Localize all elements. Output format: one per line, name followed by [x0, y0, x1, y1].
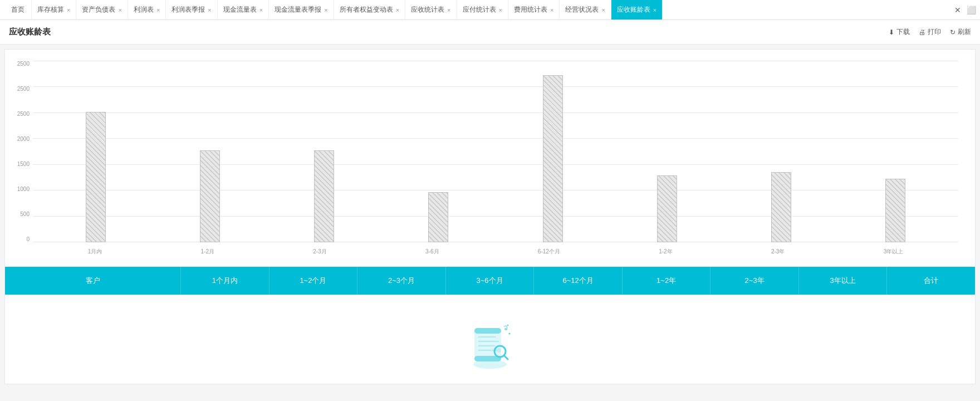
bar-group	[543, 75, 563, 242]
page-header: 应收账龄表 ⬇ 下载 🖨 打印 ↻ 刷新	[0, 20, 980, 45]
tab-label: 应收账龄表	[617, 5, 650, 14]
tab-close-expense-stat[interactable]: ×	[550, 7, 553, 13]
x-axis-label: 2-3年	[771, 248, 785, 256]
table-header-cell-5: 6~12个月	[534, 267, 623, 295]
tab-inventory[interactable]: 库存核算×	[32, 0, 76, 20]
tab-close-cashflow-quarterly[interactable]: ×	[324, 7, 327, 13]
tab-balance[interactable]: 资产负债表×	[76, 0, 128, 20]
maximize-button[interactable]: ⬜	[967, 6, 976, 14]
chart-container: 0500100015002000250025002500 1月内1-2月2-3月…	[11, 61, 958, 256]
svg-line-9	[504, 355, 508, 359]
tab-close-cashflow[interactable]: ×	[259, 7, 263, 13]
x-axis-label: 3-6月	[425, 248, 439, 256]
x-axis-label: 3年以上	[884, 248, 904, 256]
bar[interactable]	[314, 150, 334, 242]
table-header-cell-8: 3年以上	[799, 267, 888, 295]
tab-label: 费用统计表	[514, 5, 547, 14]
y-axis-label: 1500	[11, 161, 33, 167]
window-controls: ✕ ⬜	[953, 6, 976, 14]
table-header-cell-7: 2~3年	[710, 267, 799, 295]
x-axis-label: 2-3月	[313, 248, 326, 256]
empty-illustration	[462, 317, 518, 373]
tab-ar-aging[interactable]: 应收账龄表×	[611, 0, 663, 20]
bar[interactable]	[200, 150, 220, 242]
tab-close-balance[interactable]: ×	[118, 7, 121, 13]
bar-group	[428, 192, 448, 242]
tab-close-operations[interactable]: ×	[601, 7, 605, 13]
main-content: 0500100015002000250025002500 1月内1-2月2-3月…	[4, 49, 976, 384]
tab-ap-stat[interactable]: 应付统计表×	[457, 0, 508, 20]
table-header-cell-1: 1个月内	[181, 267, 270, 295]
tab-home-label: 首页	[11, 5, 24, 14]
tab-label: 所有者权益变动表	[340, 5, 393, 14]
x-axis-label: 1-2年	[659, 248, 672, 256]
y-axis-label: 0	[11, 236, 33, 242]
refresh-icon: ↻	[950, 28, 955, 36]
tab-cashflow-quarterly[interactable]: 现金流量表季报×	[269, 0, 334, 20]
svg-point-13	[507, 325, 508, 326]
tab-close-profit[interactable]: ×	[156, 7, 160, 13]
download-button[interactable]: ⬇ 下载	[889, 27, 910, 37]
page-title: 应收账龄表	[9, 27, 51, 37]
tab-close-ar-stat[interactable]: ×	[447, 7, 450, 13]
bar-group	[657, 175, 677, 242]
tab-operations[interactable]: 经营状况表×	[560, 0, 611, 20]
tab-label: 经营状况表	[565, 5, 599, 14]
download-label: 下载	[896, 27, 910, 37]
bar-group	[86, 112, 106, 242]
svg-rect-2	[474, 328, 501, 334]
svg-point-10	[497, 348, 501, 353]
tab-label: 应付统计表	[463, 5, 496, 14]
y-axis-label: 2000	[11, 136, 33, 142]
tab-ar-stat[interactable]: 应收统计表×	[405, 0, 457, 20]
tab-label: 现金流量表季报	[275, 5, 321, 14]
tab-close-ap-stat[interactable]: ×	[499, 7, 502, 13]
svg-point-12	[509, 333, 511, 335]
chart-inner: 1月内1-2月2-3月3-6月6-12个月1-2年2-3年3年以上	[33, 61, 958, 256]
bar[interactable]	[657, 175, 677, 242]
bar[interactable]	[86, 112, 106, 242]
tab-close-inventory[interactable]: ×	[67, 7, 70, 13]
y-axis: 0500100015002000250025002500	[11, 61, 33, 256]
table-header-cell-3: 2~3个月	[357, 267, 446, 295]
tab-profit-quarterly[interactable]: 利润表季报×	[166, 0, 217, 20]
print-button[interactable]: 🖨 打印	[919, 27, 941, 37]
close-button[interactable]: ✕	[953, 6, 962, 14]
x-axis-label: 6-12个月	[538, 248, 560, 256]
x-axis-label: 1-2月	[201, 248, 214, 256]
x-axis-label: 1月内	[88, 248, 102, 256]
tab-expense-stat[interactable]: 费用统计表×	[508, 0, 560, 20]
bar-group	[771, 172, 791, 242]
tab-label: 现金流量表	[223, 5, 257, 14]
empty-state	[5, 295, 975, 384]
header-actions: ⬇ 下载 🖨 打印 ↻ 刷新	[889, 27, 971, 37]
bar[interactable]	[885, 179, 905, 242]
tab-close-ar-aging[interactable]: ×	[653, 7, 656, 13]
bars-row	[33, 61, 958, 242]
tab-equity[interactable]: 所有者权益变动表×	[334, 0, 405, 20]
bar-group	[200, 150, 220, 242]
tab-close-profit-quarterly[interactable]: ×	[208, 7, 211, 13]
refresh-label: 刷新	[958, 27, 971, 37]
bar[interactable]	[543, 75, 563, 242]
x-labels: 1月内1-2月2-3月3-6月6-12个月1-2年2-3年3年以上	[33, 248, 958, 256]
bar[interactable]	[771, 172, 791, 242]
tab-label: 资产负债表	[82, 5, 115, 14]
y-axis-label: 1000	[11, 186, 33, 192]
bar[interactable]	[428, 192, 448, 242]
download-icon: ⬇	[889, 28, 894, 36]
chart-area: 0500100015002000250025002500 1月内1-2月2-3月…	[5, 50, 975, 267]
bar-group	[885, 179, 905, 242]
tab-profit[interactable]: 利润表×	[128, 0, 166, 20]
print-label: 打印	[928, 27, 941, 37]
y-axis-label: 2500	[11, 86, 33, 92]
table-header-cell-0: 客户	[5, 267, 181, 295]
tab-cashflow[interactable]: 现金流量表×	[218, 0, 269, 20]
refresh-button[interactable]: ↻ 刷新	[950, 27, 971, 37]
tab-close-equity[interactable]: ×	[396, 7, 399, 13]
tab-label: 库存核算	[37, 5, 64, 14]
tab-home[interactable]: 首页	[4, 0, 32, 20]
table-header-cell-4: 3~6个月	[446, 267, 535, 295]
tab-bar: 首页 库存核算×资产负债表×利润表×利润表季报×现金流量表×现金流量表季报×所有…	[0, 0, 980, 20]
print-icon: 🖨	[919, 28, 925, 36]
